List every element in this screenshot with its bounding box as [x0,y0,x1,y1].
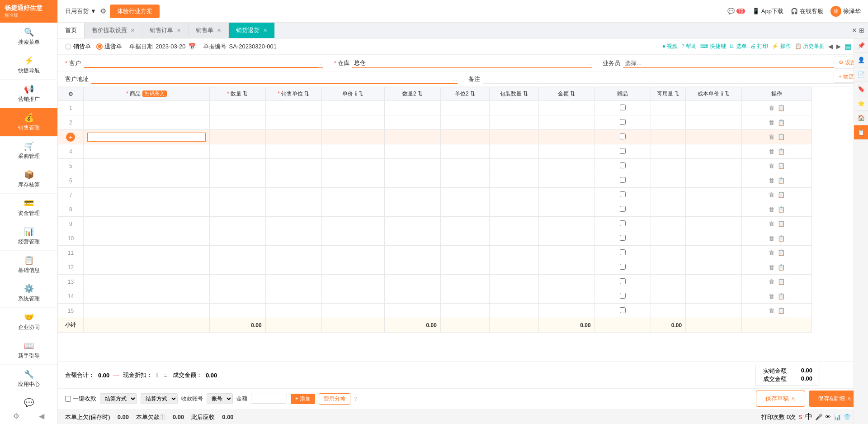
calendar-icon[interactable]: 📅 [189,43,196,50]
warehouse-dots[interactable]: ... [587,60,592,67]
unit2-cell-8[interactable] [440,202,489,217]
product-cell-7[interactable] [83,188,209,202]
price-cell-4[interactable] [321,144,384,159]
cost-cell-4[interactable] [686,144,742,159]
float-star-icon[interactable]: ⭐ [854,96,868,111]
avail-cell-10[interactable] [651,231,685,246]
sidebar-item-2[interactable]: 📢营销推广 [0,80,57,108]
pack-cell-6[interactable] [490,173,538,188]
qty2-cell-8[interactable] [384,202,440,217]
qty2-cell-6[interactable] [384,173,440,188]
customer-dots[interactable]: ... [318,60,323,67]
unit2-cell-12[interactable] [440,260,489,275]
gift-checkbox-12[interactable] [620,264,626,270]
delete-icon-5[interactable]: 🗑 [769,162,774,169]
pack-cell-7[interactable] [490,188,538,202]
pack-cell-1[interactable] [490,101,538,115]
qty-cell-7[interactable] [209,188,265,202]
online-service[interactable]: 🎧 在线客服 [791,7,823,15]
cost-cell-9[interactable] [686,217,742,231]
cost-cell-6[interactable] [686,173,742,188]
address-dots[interactable]: ... [453,76,458,82]
th-pack-sort[interactable]: ⇅ [523,90,528,97]
price-cell-13[interactable] [321,275,384,289]
copy-icon-11[interactable]: 📋 [778,249,785,256]
float-active-icon[interactable]: 📋 [854,125,868,140]
amount-cell-5[interactable] [538,159,594,173]
tab-sales-order-close-icon[interactable]: ✕ [177,28,181,33]
sidebar-item-11[interactable]: 📖新手引导 [0,336,57,365]
pack-cell-15[interactable] [490,304,538,318]
amount-input[interactable] [251,394,287,404]
tool4-icon[interactable]: 👕 [844,414,851,420]
avail-cell-13[interactable] [651,275,685,289]
gift-cell-3[interactable] [594,130,651,144]
unit2-cell-15[interactable] [440,304,489,318]
tab-price-close-icon[interactable]: ✕ [131,28,135,33]
copy-icon-10[interactable]: 📋 [778,235,785,242]
qty-cell-2[interactable] [209,115,265,130]
unit2-cell-6[interactable] [440,173,489,188]
avail-cell-4[interactable] [651,144,685,159]
delete-icon-13[interactable]: 🗑 [769,278,774,285]
amount-cell-3[interactable] [538,130,594,144]
unit-cell-8[interactable] [265,202,321,217]
message-center[interactable]: 💬 70 [727,8,745,14]
pack-cell-13[interactable] [490,275,538,289]
unit-cell-12[interactable] [265,260,321,275]
unit2-cell-13[interactable] [440,275,489,289]
sidebar-item-12[interactable]: 🔧应用中心 [0,365,57,393]
qty2-cell-5[interactable] [384,159,440,173]
one-click-pay-checkbox[interactable] [65,396,71,402]
product-cell-13[interactable] [83,275,209,289]
select-btn[interactable]: ☑ 选单 [730,43,747,50]
nav-next-icon[interactable]: ▶ [836,43,841,50]
gift-cell-15[interactable] [594,304,651,318]
gift-checkbox-2[interactable] [620,119,626,125]
add-row-btn[interactable]: + [66,133,75,142]
price-cell-5[interactable] [321,159,384,173]
th-price-sort[interactable]: ⇅ [359,90,363,97]
product-cell-5[interactable] [83,159,209,173]
sidebar-item-0[interactable]: 🔍搜索菜单 [0,23,57,51]
avail-cell-14[interactable] [651,289,685,304]
copy-icon-4[interactable]: 📋 [778,148,785,155]
amount-cell-13[interactable] [538,275,594,289]
product-cell-8[interactable] [83,202,209,217]
gift-cell-11[interactable] [594,246,651,260]
amount-cell-10[interactable] [538,231,594,246]
copy-icon-7[interactable]: 📋 [778,191,785,198]
trial-button[interactable]: 体验行业方案 [110,5,160,18]
avail-cell-7[interactable] [651,188,685,202]
sidebar-item-13[interactable]: 💬企业微信 [0,393,57,408]
save-draft-btn[interactable]: 保存草稿 ∧ [756,391,805,407]
amount-cell-12[interactable] [538,260,594,275]
tab-sales-order[interactable]: 销售订单 ✕ [142,23,189,38]
delete-icon-4[interactable]: 🗑 [769,148,774,155]
unit-cell-15[interactable] [265,304,321,318]
unit-cell-5[interactable] [265,159,321,173]
amount-cell-4[interactable] [538,144,594,159]
price-cell-8[interactable] [321,202,384,217]
float-user-icon[interactable]: 👤 [854,53,868,67]
th-amount-sort[interactable]: ⇅ [570,90,575,97]
copy-icon-1[interactable]: 📋 [778,105,785,111]
gift-cell-9[interactable] [594,217,651,231]
payment-method-select[interactable]: 结算方式 [100,393,137,404]
avail-cell-8[interactable] [651,202,685,217]
cost-cell-10[interactable] [686,231,742,246]
float-doc-icon[interactable]: 📄 [854,67,868,82]
help-btn[interactable]: ? 帮助 [681,43,697,50]
save-new-btn[interactable]: 保存&新增 ∧ [809,391,861,407]
qty2-cell-7[interactable] [384,188,440,202]
operate-btn[interactable]: ⚡ 操作 [772,43,791,50]
unit-cell-3[interactable] [265,130,321,144]
qty-cell-10[interactable] [209,231,265,246]
app-download[interactable]: 📱 App下载 [752,7,783,15]
sidebar-item-10[interactable]: 🤝企业协同 [0,308,57,336]
date-value[interactable]: 2023-03-20 [156,43,186,50]
copy-icon-15[interactable]: 📋 [778,307,785,314]
product-cell-3[interactable] [83,130,209,144]
qty2-cell-10[interactable] [384,231,440,246]
copy-icon-9[interactable]: 📋 [778,220,785,227]
